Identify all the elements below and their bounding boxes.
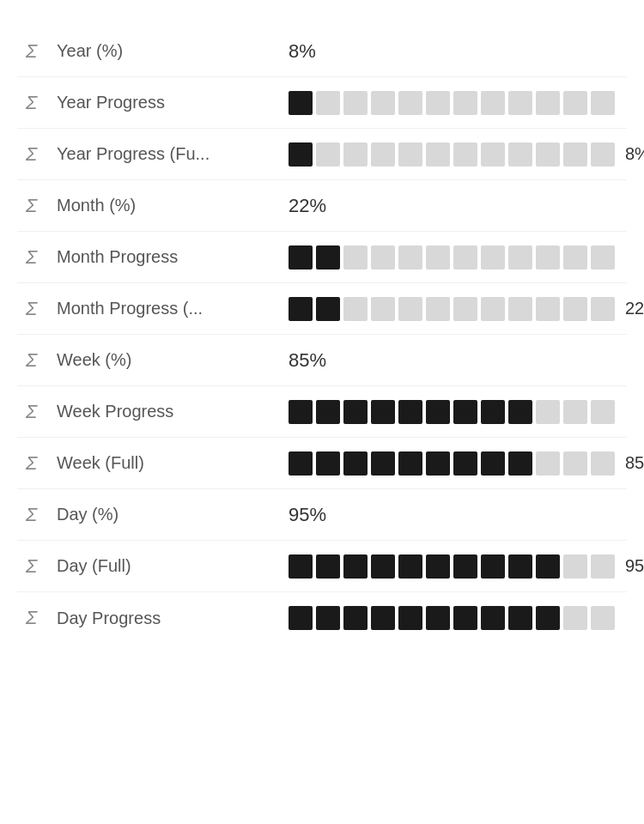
block-empty bbox=[563, 91, 587, 115]
row-month-progress: ΣMonth Progress bbox=[17, 232, 627, 283]
row-day-progress: ΣDay Progress bbox=[17, 592, 627, 644]
bar-week-full: 85% bbox=[289, 451, 644, 476]
label-day-full: Day (Full) bbox=[57, 556, 280, 576]
label-week-pct: Week (%) bbox=[57, 350, 280, 370]
block-filled bbox=[289, 451, 313, 476]
block-empty bbox=[591, 297, 615, 321]
block-filled bbox=[508, 606, 532, 630]
bar-label-year-progress-full: 8% bbox=[625, 144, 644, 164]
block-empty bbox=[508, 297, 532, 321]
block-empty bbox=[426, 142, 450, 167]
block-empty bbox=[591, 245, 615, 270]
block-empty bbox=[591, 400, 615, 424]
sigma-icon: Σ bbox=[26, 40, 57, 63]
block-empty bbox=[563, 451, 587, 476]
block-filled bbox=[289, 400, 313, 424]
block-empty bbox=[508, 142, 532, 167]
sigma-icon: Σ bbox=[26, 504, 57, 526]
block-filled bbox=[343, 400, 368, 424]
value-day-pct: 95% bbox=[289, 504, 326, 526]
bar-year-progress-full: 8% bbox=[289, 142, 644, 167]
bar-year-progress bbox=[289, 91, 615, 115]
block-empty bbox=[563, 297, 587, 321]
block-filled bbox=[508, 451, 532, 476]
block-empty bbox=[563, 554, 587, 579]
block-filled bbox=[536, 554, 560, 579]
row-year-progress: ΣYear Progress bbox=[17, 77, 627, 129]
row-day-full: ΣDay (Full)95% bbox=[17, 541, 627, 592]
label-month-progress: Month Progress bbox=[57, 247, 280, 267]
block-filled bbox=[316, 400, 340, 424]
value-year-pct: 8% bbox=[289, 40, 316, 63]
block-filled bbox=[453, 400, 477, 424]
block-empty bbox=[591, 451, 615, 476]
block-filled bbox=[426, 606, 450, 630]
label-month-progress-full: Month Progress (... bbox=[57, 299, 280, 318]
label-week-progress: Week Progress bbox=[57, 402, 280, 421]
block-empty bbox=[453, 297, 477, 321]
label-month-pct: Month (%) bbox=[57, 196, 280, 215]
row-week-progress: ΣWeek Progress bbox=[17, 386, 627, 438]
sigma-icon: Σ bbox=[26, 92, 57, 114]
row-month-progress-full: ΣMonth Progress (...22% bbox=[17, 283, 627, 335]
bar-label-month-progress-full: 22% bbox=[625, 299, 644, 318]
block-empty bbox=[343, 91, 368, 115]
row-year-progress-full: ΣYear Progress (Fu...8% bbox=[17, 129, 627, 180]
block-filled bbox=[536, 606, 560, 630]
sigma-icon: Σ bbox=[26, 401, 57, 423]
block-empty bbox=[343, 142, 368, 167]
block-empty bbox=[508, 91, 532, 115]
block-filled bbox=[481, 400, 505, 424]
block-empty bbox=[536, 400, 560, 424]
block-empty bbox=[371, 245, 395, 270]
row-month-pct: ΣMonth (%)22% bbox=[17, 180, 627, 232]
block-empty bbox=[316, 91, 340, 115]
block-empty bbox=[591, 554, 615, 579]
block-empty bbox=[536, 245, 560, 270]
bar-month-progress-full: 22% bbox=[289, 297, 644, 321]
block-empty bbox=[591, 142, 615, 167]
block-filled bbox=[289, 245, 313, 270]
block-filled bbox=[343, 554, 368, 579]
block-empty bbox=[398, 245, 422, 270]
sigma-icon: Σ bbox=[26, 555, 57, 578]
block-empty bbox=[563, 400, 587, 424]
label-day-progress: Day Progress bbox=[57, 609, 280, 628]
block-empty bbox=[371, 142, 395, 167]
block-empty bbox=[536, 451, 560, 476]
block-filled bbox=[508, 554, 532, 579]
block-empty bbox=[426, 91, 450, 115]
block-empty bbox=[398, 297, 422, 321]
block-filled bbox=[453, 554, 477, 579]
block-filled bbox=[343, 451, 368, 476]
label-year-pct: Year (%) bbox=[57, 41, 280, 61]
value-month-pct: 22% bbox=[289, 195, 326, 217]
block-empty bbox=[371, 91, 395, 115]
block-empty bbox=[563, 245, 587, 270]
block-empty bbox=[563, 606, 587, 630]
bar-label-day-full: 95% bbox=[625, 556, 644, 576]
block-filled bbox=[398, 451, 422, 476]
block-filled bbox=[371, 606, 395, 630]
sigma-icon: Σ bbox=[26, 298, 57, 320]
sigma-icon: Σ bbox=[26, 143, 57, 166]
block-empty bbox=[343, 297, 368, 321]
block-filled bbox=[289, 297, 313, 321]
block-empty bbox=[453, 91, 477, 115]
block-empty bbox=[536, 142, 560, 167]
block-filled bbox=[398, 400, 422, 424]
sigma-icon: Σ bbox=[26, 607, 57, 629]
block-filled bbox=[316, 297, 340, 321]
main-container: ΣYear (%)8%ΣYear ProgressΣYear Progress … bbox=[0, 0, 644, 670]
label-week-full: Week (Full) bbox=[57, 453, 280, 473]
block-empty bbox=[343, 245, 368, 270]
bar-day-progress bbox=[289, 606, 615, 630]
block-empty bbox=[481, 245, 505, 270]
row-week-pct: ΣWeek (%)85% bbox=[17, 335, 627, 386]
block-empty bbox=[481, 91, 505, 115]
block-filled bbox=[371, 400, 395, 424]
block-filled bbox=[426, 451, 450, 476]
label-day-pct: Day (%) bbox=[57, 505, 280, 524]
block-filled bbox=[481, 606, 505, 630]
block-filled bbox=[371, 554, 395, 579]
